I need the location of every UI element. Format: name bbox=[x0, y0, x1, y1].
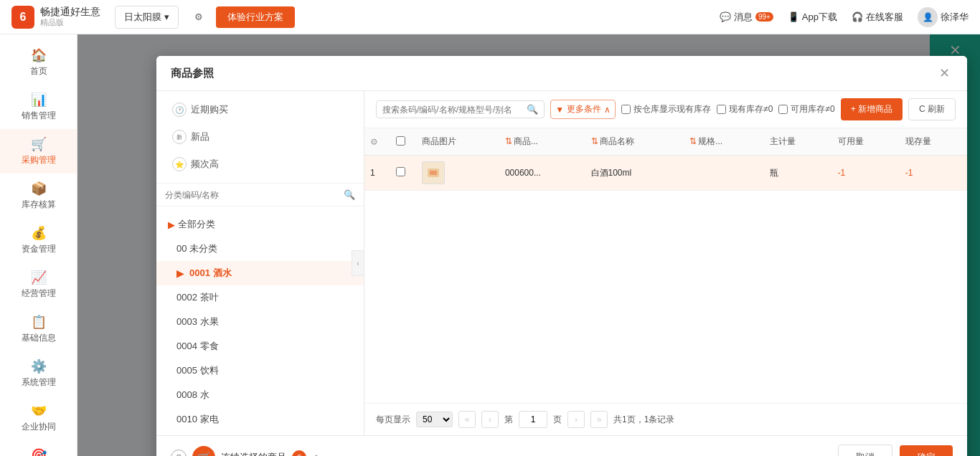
category-search-input[interactable] bbox=[165, 190, 339, 200]
sidebar-item-collab[interactable]: 🤝 企业协同 bbox=[0, 396, 77, 440]
sidebar-item-finance[interactable]: 💰 资金管理 bbox=[0, 218, 77, 262]
cart-label: 连续选择的商品 bbox=[221, 451, 286, 456]
nav-gear-icon[interactable]: ⚙ bbox=[187, 6, 210, 29]
available-stock-checkbox[interactable] bbox=[717, 105, 726, 114]
sidebar-item-operations[interactable]: 📈 经营管理 bbox=[0, 262, 77, 307]
frequent-icon: ⭐ bbox=[172, 157, 187, 171]
category-water[interactable]: 0008 水 bbox=[156, 383, 364, 407]
nav-user[interactable]: 👤 徐泽华 bbox=[918, 7, 969, 27]
category-water-label: 0008 水 bbox=[176, 389, 209, 402]
row-name: 白酒100ml bbox=[585, 156, 684, 191]
sidebar-item-inventory[interactable]: 📦 库存核算 bbox=[0, 174, 77, 218]
product-thumb-icon bbox=[426, 166, 440, 180]
product-table-container: ⚙ 商品图片 ⇅商品... bbox=[364, 128, 967, 403]
row-checkbox-cell bbox=[390, 156, 416, 191]
nav-recent-purchase[interactable]: 🕐 近期购买 bbox=[165, 98, 355, 121]
pagination-bar: 每页显示 20 50 100 « ‹ 第 页 › » 共1页，1条记录 bbox=[364, 403, 967, 435]
category-search-icon[interactable]: 🔍 bbox=[344, 189, 355, 200]
available-stock-filter[interactable]: 现有库存≠0 bbox=[717, 103, 773, 115]
logo-text-block: 畅捷通好生意 精品版 bbox=[40, 6, 100, 29]
modal-close-button[interactable]: ✕ bbox=[936, 65, 953, 82]
sidebar-item-home-label: 首页 bbox=[30, 65, 47, 77]
collapse-icon[interactable]: ∧ bbox=[312, 451, 321, 457]
category-snacks[interactable]: 0004 零食 bbox=[156, 334, 364, 358]
nav-online-service[interactable]: 🎧 在线客服 bbox=[852, 11, 903, 24]
sidebar-collapse-button[interactable]: ‹ bbox=[352, 250, 364, 276]
sidebar-item-basic-info[interactable]: 📋 基础信息 bbox=[0, 307, 77, 351]
warehouse-stock-checkbox[interactable] bbox=[621, 105, 631, 114]
help-icon[interactable]: ? bbox=[171, 450, 187, 456]
filter-chevron-icon: ∧ bbox=[604, 105, 611, 115]
page-size-select[interactable]: 20 50 100 bbox=[416, 412, 453, 427]
recent-purchase-icon: 🕐 bbox=[172, 103, 187, 117]
app-icon: 📱 bbox=[788, 11, 799, 22]
prev-page-button[interactable]: ‹ bbox=[481, 411, 499, 428]
table-row[interactable]: 1 bbox=[364, 156, 967, 191]
cancel-button[interactable]: 取消 bbox=[838, 445, 892, 456]
modal-title: 商品参照 bbox=[171, 67, 214, 80]
page-number-input[interactable] bbox=[519, 411, 547, 428]
purchase-icon: 🛒 bbox=[31, 136, 47, 152]
col-image: 商品图片 bbox=[416, 128, 499, 156]
col-checkbox bbox=[390, 128, 416, 156]
logo-area: 6 畅捷通好生意 精品版 bbox=[11, 6, 100, 29]
select-all-checkbox[interactable] bbox=[396, 136, 405, 146]
filter-icon: ▼ bbox=[555, 105, 564, 115]
nav-app-download[interactable]: 📱 App下载 bbox=[788, 11, 837, 24]
category-all[interactable]: ▶ 全部分类 bbox=[156, 212, 364, 237]
finance-icon: 💰 bbox=[31, 225, 47, 241]
first-page-button[interactable]: « bbox=[458, 411, 476, 428]
sort-code-icon: ⇅ bbox=[505, 136, 512, 146]
nav-messages[interactable]: 💬 消息 99+ bbox=[720, 11, 773, 24]
nav-main-button[interactable]: 体验行业方案 bbox=[216, 6, 295, 28]
product-table: ⚙ 商品图片 ⇅商品... bbox=[364, 128, 967, 191]
product-search-input[interactable] bbox=[382, 105, 522, 115]
add-product-button[interactable]: + 新增商品 bbox=[841, 98, 903, 120]
refresh-button[interactable]: C 刷新 bbox=[908, 98, 956, 120]
nav-frequent[interactable]: ⭐ 频次高 bbox=[165, 153, 355, 176]
warehouse-stock-filter[interactable]: 按仓库显示现有库存 bbox=[621, 103, 711, 115]
col-spec: ⇅规格... bbox=[684, 128, 764, 156]
col-available: 可用量 bbox=[832, 128, 900, 156]
user-name: 徐泽华 bbox=[941, 11, 969, 24]
sidebar-item-home[interactable]: 🏠 首页 bbox=[0, 40, 77, 85]
cart-icon-button[interactable]: 🛒 bbox=[192, 446, 215, 456]
settings-col-icon[interactable]: ⚙ bbox=[370, 137, 378, 147]
product-search-icon[interactable]: 🔍 bbox=[527, 104, 538, 115]
category-liquor[interactable]: ▶ 0001 酒水 bbox=[156, 261, 364, 285]
product-reference-modal: 商品参照 ✕ 🕐 近期购买 新 新品 bbox=[156, 56, 967, 456]
category-tea[interactable]: 0002 茶叶 bbox=[156, 285, 364, 310]
row-stock: -1 bbox=[900, 156, 967, 191]
usable-stock-filter[interactable]: 可用库存≠0 bbox=[778, 103, 834, 115]
sidebar-item-collab-label: 企业协同 bbox=[22, 421, 56, 433]
category-appliances-label: 0010 家电 bbox=[176, 413, 219, 426]
sidebar-item-system[interactable]: ⚙️ 系统管理 bbox=[0, 351, 77, 396]
sidebar-item-sales[interactable]: 📊 销售管理 bbox=[0, 85, 77, 129]
category-appliances[interactable]: 0010 家电 bbox=[156, 407, 364, 432]
category-drinks[interactable]: 0005 饮料 bbox=[156, 358, 364, 383]
row-unit: 瓶 bbox=[764, 156, 831, 191]
category-fruit[interactable]: 0003 水果 bbox=[156, 310, 364, 334]
next-page-button[interactable]: › bbox=[567, 411, 585, 428]
usable-stock-checkbox[interactable] bbox=[778, 105, 788, 114]
row-checkbox[interactable] bbox=[396, 167, 405, 176]
modal-footer: ? 🛒 连续选择的商品 0 ∧ 取消 确定 bbox=[156, 435, 967, 456]
more-filter-button[interactable]: ▼ 更多条件 ∧ bbox=[550, 100, 616, 119]
last-page-button[interactable]: » bbox=[590, 411, 608, 428]
service-icon: 🎧 bbox=[852, 11, 863, 22]
filter-label: 更多条件 bbox=[567, 103, 601, 115]
nav-new-products[interactable]: 新 新品 bbox=[165, 125, 355, 148]
sidebar-item-guide[interactable]: 🎯 新手引导 bbox=[0, 440, 77, 456]
modal-right-content: 🔍 ▼ 更多条件 ∧ 按仓库显示现有库存 bbox=[364, 91, 967, 435]
sidebar-item-operations-label: 经营管理 bbox=[22, 288, 56, 300]
nav-dropdown[interactable]: 日太阳膜 ▾ bbox=[115, 6, 179, 29]
category-all-arrow-icon: ▶ bbox=[168, 219, 175, 230]
category-unclassified[interactable]: 00 未分类 bbox=[156, 237, 364, 261]
main-layout: 🏠 首页 📊 销售管理 🛒 采购管理 📦 库存核算 💰 资金管理 📈 经营管理 … bbox=[0, 34, 980, 456]
table-header-row: ⚙ 商品图片 ⇅商品... bbox=[364, 128, 967, 156]
sidebar-item-purchase[interactable]: 🛒 采购管理 bbox=[0, 129, 77, 174]
user-avatar: 👤 bbox=[918, 7, 938, 27]
product-thumbnail bbox=[422, 161, 445, 184]
page-size-label: 每页显示 bbox=[376, 414, 410, 426]
confirm-button[interactable]: 确定 bbox=[900, 445, 953, 456]
